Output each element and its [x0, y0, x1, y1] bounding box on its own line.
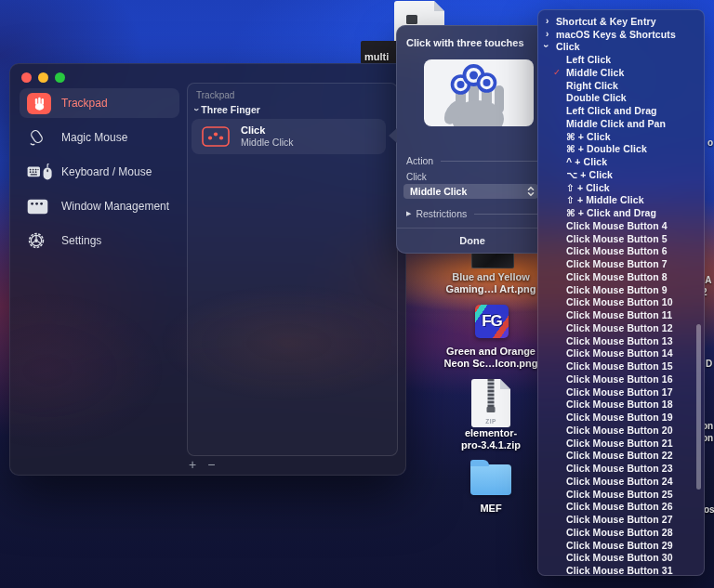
- menu-item-label: Click Mouse Button 13: [566, 335, 673, 346]
- menu-item[interactable]: Click Mouse Button 18: [538, 399, 704, 412]
- menu-item[interactable]: ✓Middle Click: [538, 66, 704, 79]
- menu-item[interactable]: Click Mouse Button 19: [538, 411, 704, 424]
- menu-item[interactable]: Click Mouse Button 22: [538, 450, 704, 463]
- desktop-folder-icon[interactable]: [470, 464, 511, 495]
- menu-item-label: Click: [556, 41, 580, 52]
- restrictions-disclosure[interactable]: ▶ Restrictions: [406, 208, 538, 219]
- hand-illustration-icon: [424, 59, 534, 126]
- traffic-lights: [21, 72, 65, 83]
- zip-badge: ZIP: [471, 418, 510, 425]
- menu-item[interactable]: Right Click: [538, 79, 704, 92]
- menu-item[interactable]: Click Mouse Button 8: [538, 270, 704, 283]
- sidebar-item-label: Settings: [61, 234, 101, 247]
- menu-item[interactable]: Click Mouse Button 26: [538, 501, 704, 514]
- chevron-up-down-icon: [527, 186, 535, 197]
- menu-item[interactable]: Click Mouse Button 20: [538, 424, 704, 437]
- menu-item[interactable]: ⇧ + Click: [538, 181, 704, 194]
- sidebar-item-trackpad[interactable]: Trackpad: [20, 88, 179, 118]
- menu-item[interactable]: Click Mouse Button 7: [538, 257, 704, 270]
- app-window: TrackpadMagic MouseKeyboard / MouseWindo…: [9, 63, 406, 476]
- menu-item[interactable]: ›macOS Keys & Shortcuts: [538, 28, 704, 41]
- chevron-right-icon: ›: [546, 16, 549, 26]
- divider: [441, 161, 538, 162]
- sidebar-item-settings[interactable]: Settings: [20, 226, 179, 255]
- action-label: Action: [406, 155, 433, 166]
- keyboard-mouse-icon: [27, 163, 55, 180]
- dropdown-value: Middle Click: [410, 186, 527, 197]
- menu-item[interactable]: Click Mouse Button 14: [538, 347, 704, 360]
- window-management-icon: [27, 199, 55, 215]
- menu-item[interactable]: Middle Click and Pan: [538, 117, 704, 130]
- close-button[interactable]: [21, 72, 32, 83]
- menu-item[interactable]: ^ + Click: [538, 155, 704, 168]
- menu-item[interactable]: Click Mouse Button 5: [538, 232, 704, 245]
- menu-item[interactable]: Click Mouse Button 4: [538, 219, 704, 232]
- menu-item[interactable]: ›Shortcut & Key Entry: [538, 15, 704, 28]
- menu-item[interactable]: Click Mouse Button 21: [538, 437, 704, 450]
- done-button[interactable]: Done: [397, 229, 548, 253]
- menu-item[interactable]: Click Mouse Button 29: [538, 539, 704, 552]
- menu-item-label: macOS Keys & Shortcuts: [556, 29, 676, 40]
- menu-item[interactable]: Click Mouse Button 28: [538, 526, 704, 539]
- menu-item-label: ⌥ + Click: [566, 169, 613, 180]
- menu-item[interactable]: ⌘ + Click and Drag: [538, 206, 704, 219]
- menu-item[interactable]: Click Mouse Button 17: [538, 385, 704, 399]
- panel-section-label: Trackpad: [196, 90, 234, 100]
- menu-item[interactable]: Click Mouse Button 24: [538, 475, 704, 488]
- menu-item[interactable]: Click Mouse Button 23: [538, 462, 704, 475]
- desktop-label-fragment: o: [707, 137, 713, 148]
- menu-item[interactable]: ⇧ + Middle Click: [538, 194, 704, 207]
- sidebar-item-label: Window Management: [61, 200, 169, 213]
- triangle-right-icon: ▶: [406, 210, 411, 217]
- menu-item[interactable]: Click Mouse Button 13: [538, 334, 704, 347]
- sidebar-item-keyboard-mouse[interactable]: Keyboard / Mouse: [20, 157, 179, 187]
- menu-item-label: Click Mouse Button 9: [566, 284, 668, 295]
- remove-gesture-button[interactable]: −: [207, 458, 215, 471]
- chevron-down-icon: ›: [192, 108, 201, 111]
- zoom-button[interactable]: [55, 72, 65, 83]
- menu-item[interactable]: Click Mouse Button 9: [538, 283, 704, 296]
- menu-item[interactable]: Click Mouse Button 25: [538, 488, 704, 501]
- menu-item[interactable]: Click Mouse Button 30: [538, 552, 704, 565]
- menu-item[interactable]: Click Mouse Button 11: [538, 308, 704, 321]
- menu-item-label: Middle Click: [566, 67, 624, 78]
- menu-item-label: ⌘ + Double Click: [566, 143, 647, 154]
- menu-item-label: Click Mouse Button 7: [566, 258, 668, 269]
- menu-item[interactable]: Click Mouse Button 16: [538, 372, 704, 385]
- menu-item[interactable]: ›Click: [538, 41, 704, 54]
- menu-item-label: ⌘ + Click and Drag: [566, 207, 656, 218]
- desktop-fg-logo-icon[interactable]: FG: [475, 305, 509, 338]
- menu-item-label: Click Mouse Button 28: [566, 527, 673, 538]
- menu-item-label: Click Mouse Button 11: [566, 309, 672, 320]
- menu-item[interactable]: Left Click: [538, 53, 704, 66]
- group-disclosure[interactable]: › Three Finger: [194, 104, 260, 115]
- menu-item[interactable]: Click Mouse Button 31: [538, 564, 704, 576]
- menu-item[interactable]: Click Mouse Button 10: [538, 296, 704, 309]
- sidebar-item-window-management[interactable]: Window Management: [20, 191, 179, 221]
- gesture-row-click[interactable]: Click Middle Click: [192, 119, 386, 154]
- menu-item[interactable]: Left Click and Drag: [538, 104, 704, 117]
- menu-item-label: Middle Click and Pan: [566, 118, 666, 129]
- sidebar-item-magic-mouse[interactable]: Magic Mouse: [20, 123, 179, 152]
- menu-item-label: ⌘ + Click: [566, 131, 611, 142]
- panel-footer-buttons: + −: [189, 458, 215, 471]
- gesture-panel: Trackpad › Three Finger Click Middle Cli…: [187, 83, 398, 456]
- click-action-dropdown[interactable]: Middle Click: [403, 184, 538, 199]
- minimize-button[interactable]: [38, 72, 48, 83]
- menu-item[interactable]: Click Mouse Button 27: [538, 513, 704, 526]
- menu-item-label: Click Mouse Button 12: [566, 322, 673, 333]
- menu-item[interactable]: Click Mouse Button 12: [538, 321, 704, 334]
- menu-item[interactable]: Double Click: [538, 92, 704, 105]
- menu-item[interactable]: Click Mouse Button 15: [538, 359, 704, 372]
- menu-item[interactable]: ⌘ + Click: [538, 130, 704, 143]
- menu-item[interactable]: ⌘ + Double Click: [538, 143, 704, 156]
- menu-item[interactable]: Click Mouse Button 6: [538, 245, 704, 258]
- add-gesture-button[interactable]: +: [189, 458, 196, 471]
- zipper-pull: [487, 407, 496, 412]
- desktop-zip-file-icon[interactable]: ZIP: [471, 379, 510, 427]
- chevron-down-icon: ›: [541, 44, 551, 46]
- gesture-config-popover: Click with three touches Action: [396, 25, 549, 254]
- menu-item-label: Click Mouse Button 10: [566, 296, 673, 307]
- menu-item[interactable]: ⌥ + Click: [538, 168, 704, 181]
- menu-scrollbar[interactable]: [696, 324, 701, 490]
